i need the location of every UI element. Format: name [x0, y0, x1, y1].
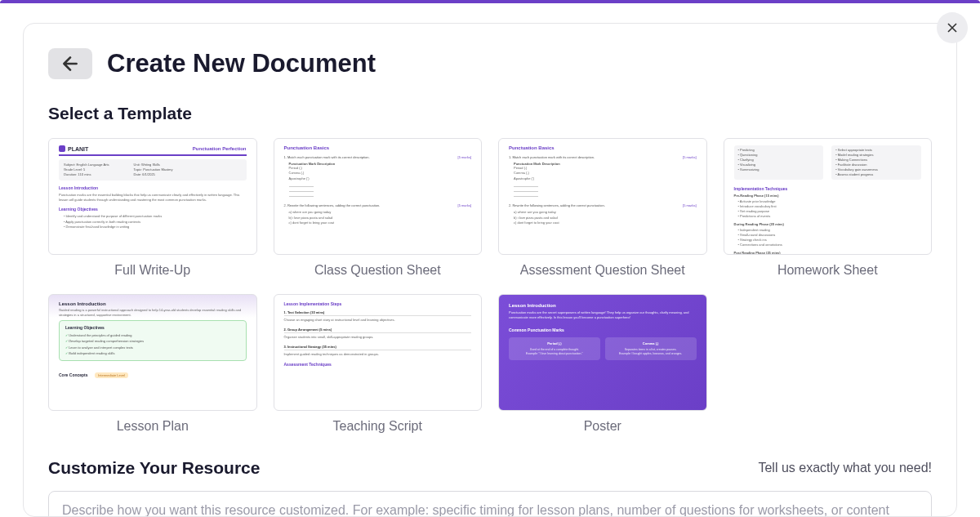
- template-label: Lesson Plan: [48, 419, 257, 434]
- template-label: Class Question Sheet: [274, 263, 483, 278]
- customize-hint: Tell us exactly what you need!: [758, 461, 932, 475]
- top-accent-border: [0, 0, 980, 3]
- template-label: Full Write-Up: [48, 263, 257, 278]
- template-poster[interactable]: Lesson Introduction Punctuation marks ar…: [498, 294, 707, 434]
- section-title-customize: Customize Your Resource: [48, 458, 260, 478]
- template-preview: Lesson Introduction Guided reading is a …: [48, 294, 257, 411]
- templates-grid-row2: Lesson Introduction Guided reading is a …: [48, 294, 932, 434]
- template-homework-sheet[interactable]: • Predicting • Questioning • Clarifying …: [724, 138, 933, 278]
- template-lesson-plan[interactable]: Lesson Introduction Guided reading is a …: [48, 294, 257, 434]
- back-button[interactable]: [48, 48, 92, 79]
- template-label: Teaching Script: [274, 419, 483, 434]
- page-title: Create New Document: [107, 49, 376, 78]
- template-preview: Punctuation Basics 1. Match each punctua…: [498, 138, 707, 255]
- template-assessment-question-sheet[interactable]: Punctuation Basics 1. Match each punctua…: [498, 138, 707, 278]
- template-teaching-script[interactable]: Lesson Implementation Steps 1. Text Sele…: [274, 294, 483, 434]
- template-preview: • Predicting • Questioning • Clarifying …: [724, 138, 933, 255]
- template-preview: Lesson Implementation Steps 1. Text Sele…: [274, 294, 483, 411]
- templates-grid-row1: PLANIT Punctuation Perfection Subject: E…: [48, 138, 932, 278]
- template-preview: Punctuation Basics 1. Match each punctua…: [274, 138, 483, 255]
- template-label: Poster: [498, 419, 707, 434]
- close-icon: [944, 20, 960, 36]
- template-preview: PLANIT Punctuation Perfection Subject: E…: [48, 138, 257, 255]
- customize-header-row: Customize Your Resource Tell us exactly …: [48, 458, 932, 478]
- template-full-writeup[interactable]: PLANIT Punctuation Perfection Subject: E…: [48, 138, 257, 278]
- header-row: Create New Document: [48, 48, 932, 79]
- template-preview: Lesson Introduction Punctuation marks ar…: [498, 294, 707, 411]
- template-label: Assessment Question Sheet: [498, 263, 707, 278]
- arrow-left-icon: [60, 53, 81, 74]
- close-button[interactable]: [937, 12, 968, 43]
- template-label: Homework Sheet: [724, 263, 933, 278]
- template-class-question-sheet[interactable]: Punctuation Basics 1. Match each punctua…: [274, 138, 483, 278]
- main-panel: Create New Document Select a Template PL…: [23, 23, 957, 517]
- customize-textarea[interactable]: [48, 491, 932, 517]
- section-title-templates: Select a Template: [48, 104, 932, 123]
